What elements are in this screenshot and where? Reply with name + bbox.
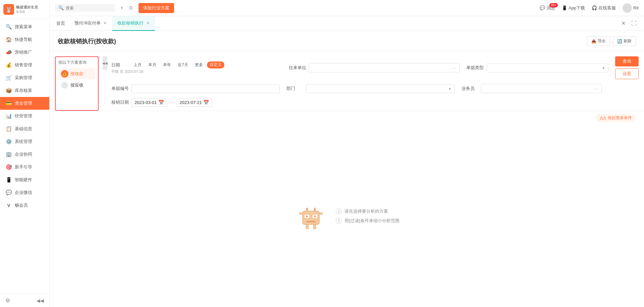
query-button[interactable]: 查询	[615, 56, 639, 66]
user-name: Rit	[633, 5, 639, 10]
inventory-nav-icon: 📦	[5, 88, 12, 94]
svg-rect-10	[306, 224, 309, 229]
query-option-receipt[interactable]: 💰 按收款	[58, 68, 95, 80]
sidebar-item-sales[interactable]: 💰 销售管理	[0, 59, 49, 71]
sidebar-item-purchase[interactable]: 🛒 采购管理	[0, 71, 49, 84]
write-off-end-value: 2023-07-21	[180, 100, 202, 105]
app-download-button[interactable]: 📱 App下载	[562, 5, 585, 11]
topbar-search[interactable]: 🔍	[55, 4, 115, 12]
sidebar-item-quick-nav[interactable]: 🏠 快捷导航	[0, 33, 49, 46]
sidebar-item-label: 企业协同	[15, 151, 32, 157]
filter-form: 日期 上月 本月 本年 近7天 更多 自定义 不限	[111, 56, 639, 111]
collapse-sidebar-icon[interactable]: ◀◀	[37, 298, 44, 303]
sidebar-item-system[interactable]: ⚙️ 系统管理	[0, 135, 49, 148]
industry-solution-button[interactable]: 体验行业方案	[139, 3, 174, 13]
sidebar-item-operations[interactable]: 📊 经营管理	[0, 110, 49, 122]
tab-home[interactable]: 首页	[52, 16, 69, 31]
sidebar-item-guide[interactable]: 🎯 新手引导	[0, 161, 49, 173]
sidebar-item-marketing[interactable]: 📣 营销推广	[0, 46, 49, 59]
tabbar: 首页 预付冲应付单 ✕ 收款核销执行 ✕ ✕ ⛶	[50, 16, 644, 31]
sidebar-item-search[interactable]: 🔍 搜索菜单	[0, 20, 49, 33]
sidebar-item-label: 基础信息	[15, 126, 32, 132]
page-header-actions: 📤 导出 🔄 刷新	[587, 36, 636, 51]
search-input[interactable]	[66, 6, 109, 10]
app-download-label: App下载	[569, 5, 585, 11]
export-button[interactable]: 📤 导出	[587, 36, 610, 46]
query-option-receivable[interactable]: 🕐 按应收	[58, 80, 95, 91]
empty-illustration	[294, 199, 328, 233]
settings-icon[interactable]: ⚙	[5, 297, 10, 304]
staff-dots-btn[interactable]: ···	[594, 86, 598, 91]
search-nav-icon: 🔍	[5, 24, 12, 30]
tab-prepay-offset[interactable]: 预付冲应付单 ✕	[69, 16, 112, 31]
dept-select[interactable]: ▾	[306, 84, 455, 93]
write-off-date-end-picker[interactable]: 2023-07-21 📅	[177, 98, 212, 107]
tab-close-receipt[interactable]: ✕	[146, 21, 150, 25]
filter-row-1: 日期 上月 本月 本年 近7天 更多 自定义 不限	[111, 56, 639, 79]
date-tab-last-month[interactable]: 上月	[131, 61, 144, 68]
sidebar-item-label: 企业微信	[15, 190, 32, 196]
collapse-query-btn[interactable]: ◀◀	[103, 56, 107, 70]
sidebar-bottom: ⚙ ◀◀	[0, 294, 49, 307]
tip-num-1: 1	[336, 208, 342, 214]
filter-panel: 按以下方案查询 💰 按收款 🕐 按应收 ◀◀	[50, 51, 644, 111]
empty-tips: 1 请先选择要分析的方案 2 用[过滤]条件来缩小分析范围	[336, 208, 399, 224]
main-area: 🔍 ▾ ⚙ 体验行业方案 💬 消息 99+ 📱 App下载 🎧 在线客服 Rit	[50, 0, 644, 307]
query-selector: 按以下方案查询 💰 按收款 🕐 按应收	[55, 56, 99, 111]
staff-input[interactable]: ···	[481, 84, 602, 93]
date-tab-this-year[interactable]: 本年	[160, 61, 174, 68]
collapse-more-button[interactable]: ⋀⋀ 收起更多条件	[596, 114, 636, 122]
refresh-button[interactable]: 🔄 刷新	[613, 36, 636, 46]
sidebar-item-label: 库存核算	[15, 88, 32, 94]
sales-nav-icon: 💰	[5, 62, 12, 68]
sidebar-item-wechat[interactable]: 💬 企业微信	[0, 186, 49, 199]
basic-info-nav-icon: 📋	[5, 126, 12, 132]
operations-nav-icon: 📊	[5, 113, 12, 119]
write-off-date-label: 核销日期	[111, 99, 129, 105]
receipt-option-icon: 💰	[61, 70, 68, 78]
user-menu[interactable]: Rit	[623, 3, 639, 13]
sidebar-item-enterprise[interactable]: 🏢 企业协同	[0, 148, 49, 161]
message-button[interactable]: 💬 消息 99+	[540, 5, 555, 11]
date-label: 日期	[111, 62, 128, 68]
bill-type-select[interactable]: ▾	[486, 63, 608, 72]
date-subtext: 不限 至 2023-07-26	[111, 69, 282, 74]
date-tab-7days[interactable]: 近7天	[175, 61, 191, 68]
date-tab-custom[interactable]: 自定义	[207, 61, 224, 68]
date-tab-more[interactable]: 更多	[192, 61, 206, 68]
tab-maximize-button[interactable]: ⛶	[629, 19, 639, 28]
page-header: 收款核销执行(按收款) 📤 导出 🔄 刷新	[50, 31, 644, 51]
tip-num-2: 2	[336, 218, 342, 224]
sidebar-item-basic-info[interactable]: 📋 基础信息	[0, 122, 49, 135]
dept-label: 部门	[286, 86, 303, 92]
write-off-date-start-picker[interactable]: 2023-03-01 📅	[131, 98, 167, 107]
write-off-start-value: 2023-03-01	[135, 100, 157, 105]
search-icon: 🔍	[58, 5, 64, 10]
collapse-more-icon: ⋀⋀	[600, 116, 606, 120]
tab-close-prepay[interactable]: ✕	[103, 21, 107, 25]
sidebar-item-label: 营销推广	[15, 49, 32, 55]
sidebar-item-hardware[interactable]: 📱 智能硬件	[0, 173, 49, 186]
date-range-separator: —	[170, 100, 174, 105]
settings-button[interactable]: 设置	[615, 68, 639, 79]
online-service-button[interactable]: 🎧 在线客服	[592, 5, 616, 11]
sidebar-item-finance[interactable]: 💳 资金管理	[0, 97, 49, 110]
sidebar-item-member[interactable]: V 畅会员	[0, 199, 49, 212]
write-off-date-field: 核销日期 2023-03-01 📅 — 2023-07-21 📅	[111, 98, 212, 107]
filter-row-3: 核销日期 2023-03-01 📅 — 2023-07-21 📅	[111, 98, 639, 111]
counterpart-input[interactable]: ···	[309, 63, 460, 72]
sidebar-item-label: 经营管理	[15, 113, 32, 119]
counterpart-dots-btn[interactable]: ···	[452, 65, 456, 70]
date-tab-this-month[interactable]: 本月	[146, 61, 159, 68]
topbar-dropdown-icon[interactable]: ▾	[121, 5, 123, 10]
tab-receipt-offset[interactable]: 收款核销执行 ✕	[112, 16, 155, 31]
tip-text-1: 请先选择要分析的方案	[344, 208, 388, 214]
sidebar-item-inventory[interactable]: 📦 库存核算	[0, 84, 49, 97]
collapse-more-label: 收起更多条件	[608, 115, 632, 121]
tab-close-button[interactable]: ✕	[619, 19, 628, 28]
bill-no-input[interactable]	[131, 84, 280, 93]
bill-no-label: 单据编号	[111, 86, 129, 92]
settings-gear-icon[interactable]: ⚙	[128, 5, 133, 11]
sidebar-item-label: 资金管理	[15, 100, 32, 106]
sidebar-item-label: 销售管理	[15, 62, 32, 68]
